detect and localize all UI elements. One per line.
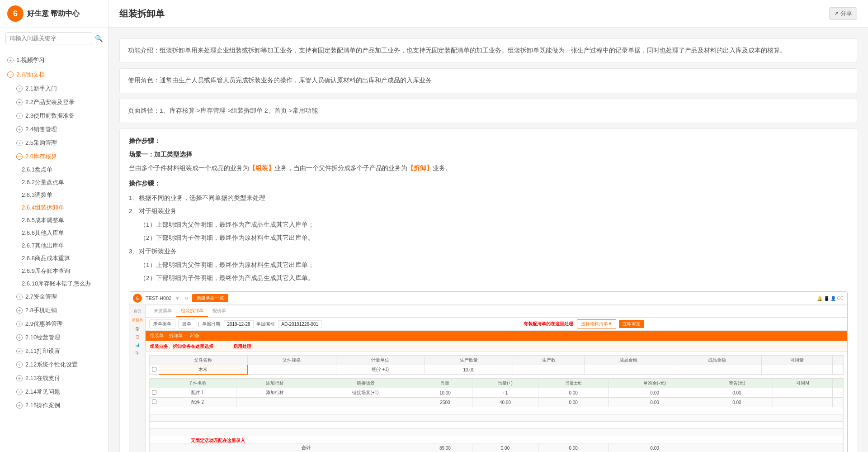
sidebar-item-docs-2-3[interactable]: + 2.3使用前数据准备: [0, 109, 108, 123]
logo-text: 好生意 帮助中心: [27, 9, 80, 19]
mock-new-btn[interactable]: 新建单据一览: [192, 294, 228, 302]
th2-link: 链接场景: [313, 379, 418, 388]
sidebar-item-2-6-3[interactable]: 2.6.3调拨单: [0, 189, 108, 201]
sidebar-item-docs-2-6[interactable]: − 2.6库存核算: [0, 150, 108, 163]
sidebar-item-docs-2-4[interactable]: + 2.4销售管理: [0, 123, 108, 136]
td2-r1-amt1: 0.00: [538, 388, 609, 398]
ops-section: 操作步骤： 场景一：加工类型选择 当由多个子件材料组装成一个成品的业务为【组装】…: [119, 128, 857, 452]
share-button[interactable]: ↗ 分享: [829, 7, 857, 20]
td2-r1-avail: [773, 388, 833, 398]
sidebar-item-docs-2-14[interactable]: + 2.14常见问题: [0, 385, 108, 399]
expand-icon-2-5: +: [16, 140, 23, 146]
td2-empty-4: [150, 414, 844, 422]
sidebar-item-2-5-label: 2.5采购管理: [25, 139, 57, 147]
th2-avail: 可用M: [773, 379, 833, 388]
td2-foot-v2: 0.00: [538, 443, 609, 452]
td2-r2-check[interactable]: [150, 398, 159, 407]
sidebar-item-docs-2-12[interactable]: + 2.12系统个性化设置: [0, 358, 108, 371]
expand-icon-2-7: +: [16, 294, 23, 300]
sidebar-item-2-6-8[interactable]: 2.6.8商品成本重算: [0, 252, 108, 265]
sidebar-item-2-6-10-label: 2.6.10库存账本错了怎么办: [22, 280, 91, 287]
th2-amount2: 单准余(-元): [609, 379, 701, 388]
td2-r2-name: 配件 2: [159, 398, 236, 407]
sidebar-item-2-6-9[interactable]: 2.6.9库存账本查询: [0, 265, 108, 277]
mock-tab-warehouse[interactable]: 报价单: [208, 305, 231, 317]
th-cost-amount: 成品金额: [673, 356, 761, 365]
mock-form-date[interactable]: 2019-12-28: [224, 320, 253, 328]
mock-form-no[interactable]: AD-20191226-001: [278, 320, 321, 328]
mock-bom-annotation-area: 有装配清单的在这里处理 选择物料清单▼ 立即审定: [324, 319, 844, 328]
mock-select-bom-btn[interactable]: 选择物料清单▼: [577, 319, 617, 328]
sidebar-item-docs-2-11[interactable]: + 2.11打印设置: [0, 344, 108, 358]
sidebar-item-2-6-6[interactable]: 2.6.6其他入库单: [0, 227, 108, 239]
mock-form-no-label: 单据编号:: [256, 321, 276, 327]
sidebar-item-2-6-7[interactable]: 2.6.7其他出库单: [0, 239, 108, 252]
sidebar-item-docs-2-5[interactable]: + 2.5采购管理: [0, 136, 108, 150]
th-prod-amount: 成品金额: [584, 356, 673, 365]
path-text: 页面路径：1、库存核算->库存管理->组装拆卸单 2、首页->常用功能: [128, 107, 318, 114]
sidebar-item-2-13-label: 2.13在线支付: [25, 374, 60, 382]
sidebar-item-docs-2-8[interactable]: + 2.8手机旺铺: [0, 304, 108, 317]
sidebar-header: 6 好生意 帮助中心: [0, 0, 108, 28]
sidebar-item-2-6-2[interactable]: 2.6.2分量盘点单: [0, 176, 108, 189]
sidebar-item-2-6-8-label: 2.6.8商品成本重算: [22, 255, 70, 262]
sidebar-item-2-10-label: 2.10经营管理: [25, 333, 60, 342]
mock-confirm-btn[interactable]: 立即审定: [619, 320, 644, 328]
td-row1-op: [833, 365, 844, 375]
intro-block: 功能介绍：组装拆卸单用来处理企业组装或拆卸等加工业务，支持有固定装配清单的产品加…: [119, 38, 857, 63]
mock-tab-assembly[interactable]: 组装拆卸单: [176, 305, 208, 317]
sidebar-item-2-2-label: 2.2产品安装及登录: [25, 98, 75, 106]
expand-icon: +: [7, 57, 14, 63]
th-prod-count: 生产数: [513, 356, 584, 365]
td2-r2-add: [236, 398, 313, 407]
annotation-enable: 启用处理: [233, 344, 251, 349]
sidebar-item-docs-2-7[interactable]: + 2.7资金管理: [0, 290, 108, 304]
td-row1-spec: [247, 365, 336, 375]
type-bar-count: 24条: [190, 333, 199, 339]
td2-r1-check[interactable]: [150, 388, 159, 398]
td-row1-check[interactable]: [150, 365, 159, 375]
sidebar-item-videos[interactable]: + 1.视频学习: [0, 53, 108, 67]
mock-assemble-tab[interactable]: 组装单: [150, 333, 164, 339]
sidebar-item-docs-2-13[interactable]: + 2.13在线支付: [0, 371, 108, 385]
td2-r1-qty: 10.00: [418, 388, 472, 398]
sidebar-item-2-6-4[interactable]: 2.6.4组装拆卸单: [0, 201, 108, 214]
sidebar-item-docs[interactable]: − 2.帮助文档: [0, 67, 108, 82]
th-father-name: 父件名称: [159, 356, 248, 365]
td2-foot-total: 89.00: [418, 443, 472, 452]
table2-row-4: [150, 414, 844, 422]
td-row1-avail: [761, 365, 833, 375]
sidebar-item-docs-2-9[interactable]: + 2.9优惠券管理: [0, 317, 108, 331]
nav-section-docs: − 2.帮助文档 + 2.1新手入门 + 2.2产品安装及登录 + 2.3使用前…: [0, 67, 108, 412]
sidebar-item-2-6-10[interactable]: 2.6.10库存账本错了怎么办: [0, 277, 108, 290]
mock-btn-import[interactable]: 提单: [178, 319, 195, 328]
sidebar-item-docs-2-1[interactable]: + 2.1新手入门: [0, 82, 108, 95]
ops-steps-title: 操作步骤：: [129, 180, 848, 188]
expand-icon-2-15: +: [16, 402, 23, 409]
td-row1-count: [513, 365, 584, 375]
sidebar-item-docs-2-10[interactable]: + 2.10经营管理: [0, 331, 108, 344]
logo-icon: 6: [7, 5, 24, 22]
sidebar-item-2-6-5[interactable]: 2.6.5成本调整单: [0, 214, 108, 227]
expand-icon-2-8: +: [16, 307, 23, 314]
sidebar-item-docs-2-15[interactable]: + 2.15操作案例: [0, 399, 108, 412]
mock-disassemble-tab[interactable]: 拆卸单: [169, 333, 183, 339]
mock-titlebar: 6 TEST-H002 ▼ ⟳ 新建单据一览 🔔 📱 👤 CC: [129, 292, 847, 305]
collapse-icon-2-6: −: [16, 153, 23, 160]
td2-r1-add: 添加行材: [236, 388, 313, 398]
sidebar-item-2-6-1[interactable]: 2.6.1盘点单: [0, 163, 108, 176]
search-icon[interactable]: 🔍: [95, 35, 103, 42]
sidebar-item-docs-2-2[interactable]: + 2.2产品安装及登录: [0, 95, 108, 109]
expand-icon-2-2: +: [16, 99, 23, 105]
role-block: 使用角色：通常由生产人员或库管人员完成拆装业务的操作，库管人员确认原材料的出库和…: [119, 68, 857, 93]
step-2-sub-1: （1）上部明细为父件明细，最终作为产成品生成其它入库单；: [140, 219, 848, 231]
mock-btn-new-item[interactable]: 来单据单: [149, 319, 175, 328]
ops-title: 操作步骤：: [129, 137, 848, 145]
mock-tab-invoices[interactable]: 来发票单: [149, 305, 176, 317]
table2-row-7: [150, 436, 844, 443]
td2-r2-amt1: 0.00: [538, 398, 609, 407]
table2-footer: 合计 89.00 0.00 0.00 0.00: [150, 443, 844, 452]
search-input[interactable]: [5, 32, 92, 44]
scene1-title: 场景一：加工类型选择: [129, 151, 848, 159]
expand-icon-2-12: +: [16, 362, 23, 368]
